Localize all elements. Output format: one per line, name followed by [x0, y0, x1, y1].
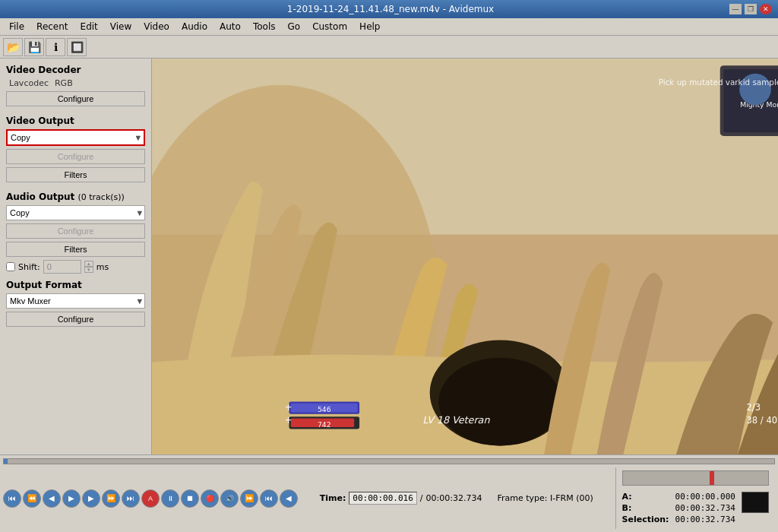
go-end-button[interactable]: ⏭ [122, 489, 140, 508]
output-format-select[interactable]: Mkv Muxer MP4 Muxer AVI Muxer [6, 293, 145, 309]
configure-button-2[interactable]: Configure [6, 149, 145, 164]
audio-output-select[interactable]: Copy AAC MP3 AC3 [6, 205, 145, 220]
video-decoder-subtitle: Lavcodec RGB [6, 78, 145, 88]
extra3-button[interactable]: ◀ [280, 489, 298, 508]
minimize-button[interactable]: — [729, 4, 742, 14]
right-time-panel: A: 00:00:00.000 B: 00:00:32.734 Selectio… [615, 467, 775, 529]
video-output-row: Copy MPEG-4 ASP MPEG-4 AVC FFV1 ▼ [6, 129, 145, 146]
svg-text:38 / 407: 38 / 407 [746, 415, 778, 426]
time-info-block: A: 00:00:00.000 B: 00:00:32.734 Selectio… [622, 492, 769, 526]
audio-output-row: Copy AAC MP3 AC3 ▼ [6, 205, 145, 220]
a-value: 00:00:00.000 [675, 492, 735, 502]
video-output-dropdown-wrapper: Copy MPEG-4 ASP MPEG-4 AVC FFV1 ▼ [6, 129, 145, 146]
extra1-button[interactable]: ⏩ [240, 489, 258, 508]
main-content: Video Decoder Lavcodec RGB Configure Vid… [0, 59, 778, 454]
close-button[interactable]: ✕ [760, 4, 772, 14]
game-screenshot: Mighty Morphin' Pick up mutated varkid s… [152, 59, 778, 454]
frame-type: Frame type: I-FRM (00) [497, 493, 593, 503]
selection-value: 00:00:32.734 [675, 515, 735, 524]
audio-output-dropdown-wrapper: Copy AAC MP3 AC3 ▼ [6, 205, 145, 220]
menu-file[interactable]: File [3, 20, 30, 33]
svg-text:546: 546 [318, 405, 331, 413]
configure-button-4[interactable]: Configure [6, 312, 145, 327]
shift-checkbox[interactable] [6, 262, 15, 271]
menu-edit[interactable]: Edit [74, 20, 104, 33]
set-b-button[interactable]: ⏹ [181, 489, 199, 508]
current-time: 00:00:00.016 [349, 492, 416, 505]
time-display: Time: 00:00:00.016 / 00:00:32.734 Frame … [320, 492, 593, 505]
svg-text:Pick up mutated varkid samples: Pick up mutated varkid samples: 0/4 ■ [659, 78, 778, 87]
shift-spinner: ▲ ▼ [84, 261, 93, 273]
menu-tools[interactable]: Tools [247, 20, 282, 33]
toolbar-info[interactable]: ℹ [46, 38, 65, 56]
filters-button-1[interactable]: Filters [6, 167, 145, 182]
selection-row: Selection: 00:00:32.734 [622, 515, 735, 524]
time-b-row: B: 00:00:32.734 [622, 503, 735, 513]
titlebar: 1-2019-11-24_11.41.48_new.m4v - Avidemux… [0, 0, 778, 18]
forward-fast-button[interactable]: ⏩ [102, 489, 120, 508]
timeline-row [3, 458, 775, 464]
b-value: 00:00:32.734 [675, 503, 735, 513]
filters-button-2[interactable]: Filters [6, 242, 145, 257]
forward-button[interactable]: ▶ [82, 489, 100, 508]
b-label: B: [622, 503, 675, 513]
configure-button-3[interactable]: Configure [6, 223, 145, 239]
toolbar-misc[interactable]: 🔲 [67, 38, 87, 56]
transport-bar: ⏮ ⏪ ◀ ▶ ▶ ⏩ ⏭ A ⏸ ⏹ 🔴 🔊 ⏩ ⏮ ◀ Time: 00:0… [0, 454, 778, 532]
maximize-button[interactable]: ❐ [745, 4, 757, 14]
menu-audio[interactable]: Audio [176, 20, 213, 33]
timeline-slider[interactable] [3, 458, 775, 464]
shift-unit: ms [96, 262, 109, 272]
right-timeline-bar[interactable] [622, 470, 769, 486]
left-panel: Video Decoder Lavcodec RGB Configure Vid… [0, 59, 152, 454]
titlebar-title: 1-2019-11-24_11.41.48_new.m4v - Avidemux [52, 4, 729, 14]
extra2-button[interactable]: ⏮ [260, 489, 278, 508]
video-area: Mighty Morphin' Pick up mutated varkid s… [152, 59, 778, 454]
svg-point-3 [438, 358, 561, 446]
toolbar: 📂 💾 ℹ 🔲 [0, 36, 778, 59]
titlebar-controls: — ❐ ✕ [729, 4, 772, 14]
audio-button[interactable]: 🔊 [220, 489, 239, 508]
video-output-select[interactable]: Copy MPEG-4 ASP MPEG-4 AVC FFV1 [8, 131, 144, 144]
menu-go[interactable]: Go [281, 20, 306, 33]
mark-frames-button[interactable]: ⏸ [161, 489, 179, 508]
rgb-label: RGB [55, 78, 73, 88]
menu-custom[interactable]: Custom [306, 20, 353, 33]
record-button[interactable]: 🔴 [201, 489, 219, 508]
rewind-button[interactable]: ◀ [43, 489, 61, 508]
selection-label: Selection: [622, 515, 675, 524]
menu-auto[interactable]: Auto [213, 20, 247, 33]
configure-button-1[interactable]: Configure [6, 91, 145, 106]
audio-track-info: (0 track(s)) [78, 192, 125, 202]
rewind-fast-button[interactable]: ⏪ [23, 489, 41, 508]
timeline-marker [710, 471, 714, 485]
play-button[interactable]: ▶ [62, 489, 81, 508]
mark-a-button[interactable]: A [141, 489, 160, 508]
video-output-label: Video Output [6, 116, 145, 126]
controls-row: ⏮ ⏪ ◀ ▶ ▶ ⏩ ⏭ A ⏸ ⏹ 🔴 🔊 ⏩ ⏮ ◀ Time: 00:0… [3, 467, 775, 529]
time-separator: / [420, 493, 423, 503]
audio-output-section: Audio Output (0 track(s)) [6, 192, 145, 202]
a-label: A: [622, 492, 675, 502]
toolbar-open[interactable]: 📂 [3, 38, 23, 56]
time-entries: A: 00:00:00.000 B: 00:00:32.734 Selectio… [622, 492, 735, 526]
menu-help[interactable]: Help [353, 20, 386, 33]
svg-text:742: 742 [318, 420, 331, 429]
game-scene: Mighty Morphin' Pick up mutated varkid s… [152, 59, 778, 454]
toolbar-save[interactable]: 💾 [24, 38, 44, 56]
shift-down[interactable]: ▼ [84, 267, 93, 273]
output-format-label: Output Format [6, 280, 145, 290]
menu-video[interactable]: Video [138, 20, 176, 33]
menu-view[interactable]: View [104, 20, 138, 33]
time-label: Time: [320, 493, 346, 503]
menu-recent[interactable]: Recent [30, 20, 74, 33]
shift-label: Shift: [18, 262, 40, 272]
shift-up[interactable]: ▲ [84, 261, 93, 267]
total-time: 00:00:32.734 [426, 493, 482, 503]
shift-input[interactable] [43, 260, 81, 274]
svg-text:LV 18 Veteran: LV 18 Veteran [422, 414, 490, 426]
lavcodec-label: Lavcodec [9, 78, 49, 88]
output-format-dropdown-wrapper: Mkv Muxer MP4 Muxer AVI Muxer ▼ [6, 293, 145, 309]
shift-row: Shift: ▲ ▼ ms [6, 260, 145, 274]
go-start-button[interactable]: ⏮ [3, 489, 21, 508]
